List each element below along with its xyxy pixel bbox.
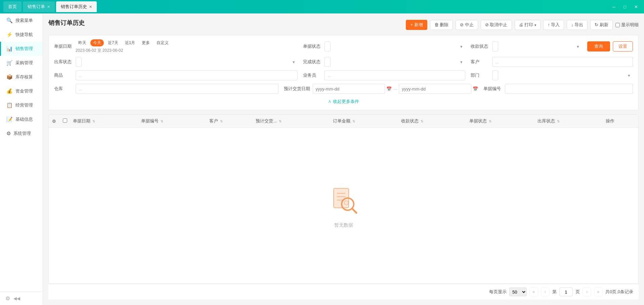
refresh-button-label: ↻ 刷新 [595,22,608,28]
empty-text: 暂无数据 [334,222,353,228]
filter-delivery-date-item: 预计交货日期 📅 — 📅 [284,84,478,94]
sidebar-item-basic-info-label: 基础信息 [15,116,33,122]
display-toggle: 显示明细 [615,22,639,28]
sidebar-item-capital-mgmt[interactable]: 💰 资金管理 [0,84,43,98]
page-size-select[interactable]: 50 10 20 100 [509,288,527,296]
date-chip-7days[interactable]: 近7天 [105,39,121,46]
display-toggle-checkbox[interactable] [615,23,620,27]
th-outbound-status[interactable]: 出库状态 ⇅ [535,115,603,128]
th-amount[interactable]: 订单金额 ⇅ [330,115,398,128]
sidebar-item-inventory[interactable]: 📦 库存核算 [0,70,43,84]
date-chip-yesterday[interactable]: 昨天 [76,39,89,46]
sidebar-item-basic-info[interactable]: 📝 基础信息 [0,112,43,126]
th-amount-label: 订单金额 [333,118,350,123]
capital-mgmt-icon: 💰 [6,88,13,94]
filter-customer-item: 客户 [471,57,633,67]
th-order-no-label: 单据编号 [141,118,159,123]
receipt-status-select[interactable] [492,41,498,51]
cancel-stop-button[interactable]: ⊘ 取消中止 [481,20,512,30]
th-customer[interactable]: 客户 ⇅ [207,115,253,128]
first-page-button[interactable]: « [529,288,538,296]
stop-button[interactable]: ⊘ 中止 [456,20,478,30]
dept-select[interactable] [492,70,498,80]
tab-sales-order-history-label: 销售订单历史 [61,4,87,10]
close-button[interactable]: ✕ [632,3,641,11]
collapse-more-btn[interactable]: ∧ 收起更多条件 [54,97,633,106]
maximize-button[interactable]: □ [621,3,629,11]
customer-label: 客户 [471,59,489,65]
th-receipt-status-label: 收款状态 [401,118,419,123]
filter-date-item: 单据日期 昨天 今天 近7天 近1月 更多 自定义 2023-06-02 至 2… [54,39,298,53]
prev-page-button[interactable]: ‹ [541,288,550,296]
sidebar-item-purchase-mgmt[interactable]: 🛒 采购管理 [0,56,43,70]
delete-button[interactable]: 🗑 删除 [430,20,453,30]
product-input[interactable] [76,70,298,80]
th-delivery-date[interactable]: 预计交货... ⇅ [253,115,330,128]
customer-input[interactable] [492,57,633,67]
filter-product-item: 商品 [54,70,298,80]
page-input[interactable] [559,288,573,296]
delivery-date-to[interactable] [399,84,471,94]
settings-bottom-icon[interactable]: ⚙ [5,295,10,302]
display-toggle-label[interactable]: 显示明细 [621,22,639,28]
last-page-button[interactable]: » [594,288,603,296]
query-button[interactable]: 查询 [587,41,610,51]
filter-row-4: 仓库 预计交货日期 📅 — 📅 单据编号 [54,84,633,94]
minimize-button[interactable]: ─ [610,3,618,11]
sales-mgmt-icon: 📊 [6,46,13,52]
tab-home[interactable]: 首页 [3,1,22,12]
next-page-button[interactable]: › [583,288,591,296]
sidebar-item-quick-nav[interactable]: ⚡ 快捷导航 [0,28,43,42]
svg-line-5 [352,208,356,213]
print-button[interactable]: 🖨 打印 ▾ [515,20,541,30]
tab-sales-order-history-close[interactable]: ✕ [89,5,92,9]
filter-receipt-status-item: 收款状态 查询 设置 [471,41,633,51]
calendar-from-icon[interactable]: 📅 [386,86,392,91]
table-settings-icon[interactable]: ⚙ [52,119,56,124]
sidebar-item-search-menu[interactable]: 🔍 搜索菜单 [0,13,43,28]
new-button[interactable]: + 新增 [406,20,427,30]
select-all-checkbox[interactable] [63,118,67,123]
filter-row-1: 单据日期 昨天 今天 近7天 近1月 更多 自定义 2023-06-02 至 2… [54,39,633,53]
data-table: ⚙ 单据日期 ⇅ 单据编号 ⇅ [49,115,638,128]
th-order-status[interactable]: 单据状态 ⇅ [467,115,535,128]
settings-button[interactable]: 设置 [613,41,633,51]
delivery-date-from[interactable] [313,84,385,94]
date-chip-more[interactable]: 更多 [139,39,153,46]
th-order-no[interactable]: 单据编号 ⇅ [138,115,207,128]
th-date[interactable]: 单据日期 ⇅ [70,115,138,128]
tab-sales-order-history[interactable]: 销售订单历史 ✕ [56,1,97,12]
print-dropdown-icon[interactable]: ▾ [534,23,536,27]
salesman-input[interactable] [325,70,465,80]
top-bar: 首页 销售订单 ✕ 销售订单历史 ✕ ─ □ ✕ [0,0,644,13]
table-wrapper: ⚙ 单据日期 ⇅ 单据编号 ⇅ [48,114,639,284]
import-button-label: ↑ 导入 [548,22,560,28]
export-button[interactable]: ↓ 导出 [567,20,588,30]
warehouse-label: 仓库 [54,86,73,92]
collapse-icon[interactable]: ◀◀ [13,296,20,301]
order-no-input[interactable] [505,84,633,94]
tab-sales-order-close[interactable]: ✕ [47,5,50,9]
date-chip-custom[interactable]: 自定义 [154,39,171,46]
refresh-button[interactable]: ↻ 刷新 [590,20,613,30]
page-title: 销售订单历史 [48,19,85,27]
import-button[interactable]: ↑ 导入 [543,20,564,30]
date-chip-1month[interactable]: 近1月 [122,39,138,46]
outbound-status-select[interactable] [76,57,82,67]
cancel-stop-button-label: ⊘ 取消中止 [485,22,508,28]
warehouse-input[interactable] [76,84,278,94]
dept-label: 部门 [471,72,489,78]
sidebar-item-operations-mgmt[interactable]: 📋 经营管理 [0,98,43,112]
tab-sales-order[interactable]: 销售订单 ✕ [23,1,55,12]
calendar-to-icon[interactable]: 📅 [473,86,478,91]
date-chip-today[interactable]: 今天 [90,39,104,46]
th-checkbox [59,115,70,128]
completion-status-select[interactable] [325,57,331,67]
sort-outbound-status-icon: ⇅ [557,119,560,123]
th-receipt-status[interactable]: 收款状态 ⇅ [398,115,467,128]
sidebar-item-sales-mgmt[interactable]: 📊 销售管理 [0,42,43,56]
svg-point-6 [344,201,348,205]
sidebar-item-sys-mgmt[interactable]: ⚙ 系统管理 [0,126,43,141]
filter-row-2: 出库状态 完成状态 客户 [54,57,633,67]
order-status-select[interactable] [325,41,331,51]
